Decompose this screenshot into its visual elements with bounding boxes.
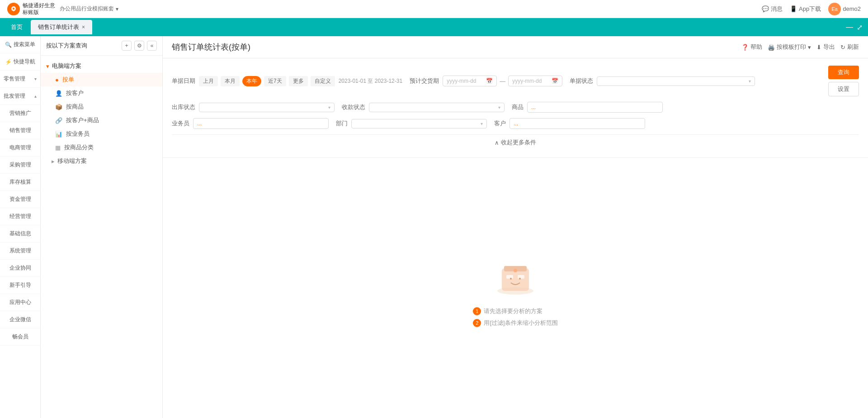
chart-icon: 📊 [55, 131, 62, 138]
page-actions: ❓ 帮助 🖨️ 按模板打印 ▾ ⬇ 导出 ↻ 刷新 [741, 43, 859, 51]
collapse-filter-btn[interactable]: ∧ 收起更多条件 [495, 138, 536, 147]
help-icon: ❓ [741, 44, 749, 51]
delivery-date-start[interactable]: yyyy-mm-dd 📅 [443, 76, 497, 86]
sidebar-item-finance[interactable]: 资金管理 [0, 191, 40, 208]
tip-text-1: 请先选择要分析的方案 [484, 307, 542, 315]
sidebar-item-wholesale[interactable]: 批发管理 ▴ [0, 88, 40, 105]
logo-icon [7, 3, 20, 15]
calendar-icon: 📅 [486, 78, 493, 84]
logo-text: 畅捷通好生意 标账版 [23, 2, 55, 15]
top-bar-left: 畅捷通好生意 标账版 办公用品行业模拟账套 ▾ [7, 2, 118, 15]
tab-sales-stats[interactable]: 销售订单统计表 × [31, 20, 92, 34]
tree-header-mobile[interactable]: ▸ 移动端方案 [41, 154, 162, 168]
goods-label: 商品 [512, 103, 524, 111]
search-icon: 🔍 [5, 42, 12, 48]
minimize-icon[interactable]: — [846, 23, 853, 31]
goods-filter-input[interactable]: ... [527, 102, 663, 113]
customer-filter-input[interactable]: ... [509, 118, 645, 129]
sidebar-search[interactable]: 🔍 搜索菜单 [0, 36, 40, 53]
chevron-right-icon: ▾ [34, 76, 37, 81]
sidebar-item-enterprise[interactable]: 企业协同 [0, 260, 40, 277]
department-label: 部门 [336, 119, 348, 128]
sidebar-item-ecommerce[interactable]: 电商管理 [0, 139, 40, 157]
scheme-settings-btn[interactable]: ⚙ [134, 41, 144, 51]
query-btn[interactable]: 查询 [828, 66, 859, 79]
template-print-btn[interactable]: 🖨️ 按模板打印 ▾ [768, 43, 811, 51]
user-avatar[interactable]: Ea demo2 [828, 3, 861, 15]
customer-more-btn[interactable]: ... [514, 120, 518, 127]
svg-point-7 [510, 278, 512, 280]
sidebar-item-quick-nav[interactable]: ⚡ 快捷导航 [0, 53, 40, 71]
date-btn-more[interactable]: 更多 [289, 76, 308, 86]
filter-row-1: 单据日期 上月 本月 本年 近7天 更多 自定义 2023-01-01 至 20… [172, 66, 859, 96]
filter-goods: 商品 ... [512, 102, 663, 113]
tip-text-2: 用[过滤]条件来缩小分析范围 [484, 319, 557, 327]
page-title: 销售订单统计表(按单) [172, 42, 250, 52]
empty-tips: 1 请先选择要分析的方案 2 用[过滤]条件来缩小分析范围 [473, 307, 557, 331]
tip-num-1: 1 [473, 307, 481, 315]
goods-more-btn[interactable]: ... [531, 104, 536, 110]
sidebar-item-app-center[interactable]: 应用中心 [0, 294, 40, 311]
message-btn[interactable]: 💬 消息 [762, 5, 783, 13]
filter-area: 单据日期 上月 本月 本年 近7天 更多 自定义 2023-01-01 至 20… [163, 58, 868, 158]
add-scheme-btn[interactable]: + [122, 41, 132, 51]
tree-item-by-order[interactable]: ● 按单 [41, 73, 162, 86]
app-download-btn[interactable]: 📱 App下载 [790, 5, 821, 13]
date-range-text: 2023-01-01 至 2023-12-31 [339, 77, 402, 85]
collapse-panel-btn[interactable]: « [147, 41, 157, 51]
salesperson-filter-input[interactable]: ... [193, 118, 329, 129]
tree-item-by-customer-goods[interactable]: 🔗 按客户+商品 [41, 114, 162, 127]
sidebar-item-operations[interactable]: 经营管理 [0, 208, 40, 225]
date-btn-custom[interactable]: 自定义 [311, 76, 335, 86]
salesperson-more-btn[interactable]: ... [197, 120, 202, 127]
shipment-status-select[interactable]: ▾ [199, 103, 335, 112]
refresh-btn[interactable]: ↻ 刷新 [840, 43, 859, 51]
sidebar-item-guide[interactable]: 新手引导 [0, 277, 40, 294]
settings-query-btn[interactable]: 设置 [828, 82, 859, 96]
tab-home[interactable]: 首页 [4, 20, 30, 34]
tree-item-by-category[interactable]: ▦ 按商品分类 [41, 141, 162, 154]
page-header: 销售订单统计表(按单) ❓ 帮助 🖨️ 按模板打印 ▾ ⬇ 导出 [163, 36, 868, 58]
main-content: 销售订单统计表(按单) ❓ 帮助 🖨️ 按模板打印 ▾ ⬇ 导出 [163, 36, 868, 418]
nav-tabs: 首页 销售订单统计表 × — ⤢ [0, 18, 868, 36]
filter-row-3: 业务员 ... 部门 ▾ 客户 [172, 118, 859, 129]
tree-section: ▾ 电脑端方案 ● 按单 👤 按客户 📦 按商品 🔗 按客户+商品 [41, 56, 162, 418]
sidebar-item-inventory[interactable]: 库存核算 [0, 174, 40, 191]
tree-item-by-customer[interactable]: 👤 按客户 [41, 86, 162, 100]
logo-area: 畅捷通好生意 标账版 [7, 2, 55, 15]
left-panel: 按以下方案查询 + ⚙ « ▾ 电脑端方案 [41, 36, 163, 418]
chevron-down-icon: ▾ [46, 63, 49, 70]
tree-item-by-goods[interactable]: 📦 按商品 [41, 100, 162, 114]
department-select[interactable]: ▾ [351, 119, 487, 128]
date-btn-this-year[interactable]: 本年 [242, 76, 261, 86]
collection-status-select[interactable]: ▾ [369, 103, 505, 112]
tab-close-btn[interactable]: × [82, 24, 85, 30]
sidebar-item-members[interactable]: 畅会员 [0, 328, 40, 346]
settings-icon: ⚙ [137, 43, 142, 49]
date-btn-7days[interactable]: 近7天 [264, 76, 286, 86]
bill-status-select[interactable]: ▾ [597, 76, 755, 86]
date-btn-last-month[interactable]: 上月 [199, 76, 218, 86]
mobile-section-label: 移动端方案 [57, 157, 87, 165]
export-btn[interactable]: ⬇ 导出 [816, 43, 835, 51]
filter-department: 部门 ▾ [336, 119, 487, 128]
bill-status-label: 单据状态 [570, 77, 593, 85]
sidebar-item-retail[interactable]: 零售管理 ▾ [0, 71, 40, 88]
delivery-date-end[interactable]: yyyy-mm-dd 📅 [508, 76, 562, 86]
maximize-icon[interactable]: ⤢ [857, 23, 863, 32]
sidebar-item-system[interactable]: 系统管理 [0, 242, 40, 260]
collapse-btn-area: ∧ 收起更多条件 [172, 134, 859, 150]
sidebar-item-marketing[interactable]: 营销推广 [0, 105, 40, 122]
sidebar-item-wechat[interactable]: 企业微信 [0, 311, 40, 328]
empty-illustration [488, 246, 542, 300]
sidebar-item-sales-mgmt[interactable]: 销售管理 [0, 122, 40, 139]
nav-tab-actions: — ⤢ [846, 23, 868, 32]
company-selector[interactable]: 办公用品行业模拟账套 ▾ [60, 5, 118, 13]
date-btn-this-month[interactable]: 本月 [221, 76, 240, 86]
sidebar-item-basic-info[interactable]: 基础信息 [0, 225, 40, 242]
help-btn[interactable]: ❓ 帮助 [741, 43, 762, 51]
tree-header-pc[interactable]: ▾ 电脑端方案 [41, 59, 162, 73]
pc-section-label: 电脑端方案 [52, 62, 81, 70]
tree-item-by-salesperson[interactable]: 📊 按业务员 [41, 127, 162, 141]
sidebar-item-purchase[interactable]: 采购管理 [0, 157, 40, 174]
